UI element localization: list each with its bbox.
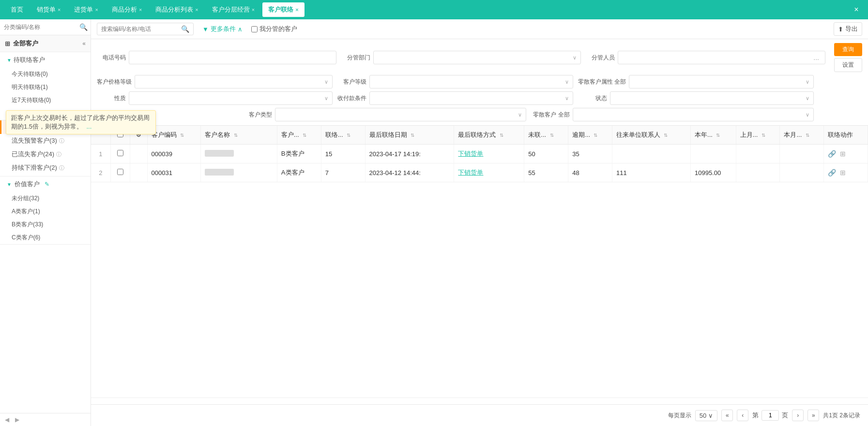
- nav-purchase-order[interactable]: 进货单 ×: [68, 2, 104, 17]
- filter-phone: 电话号码: [97, 51, 336, 64]
- sidebar-all-customers[interactable]: ⊞ 全部客户 «: [0, 35, 91, 52]
- row2-grid-icon[interactable]: ⊞: [840, 169, 846, 176]
- th-last-contact-method[interactable]: 最后联络方式 ⇅: [454, 126, 524, 145]
- filter-area: 电话号码 分管部门 ∨ 分管人员 ...: [91, 39, 868, 126]
- retail-select[interactable]: ∨: [573, 108, 814, 121]
- last-page-button[interactable]: »: [807, 410, 819, 421]
- export-button[interactable]: ⬆ 导出: [834, 22, 862, 36]
- nav-close-product-analysis[interactable]: ×: [139, 7, 142, 13]
- sidebar-pending-title[interactable]: ▼ 待联络客户: [0, 52, 91, 68]
- sidebar-arrow-right[interactable]: ▶: [12, 415, 22, 424]
- sidebar-item-b-class[interactable]: B类客户(33): [0, 218, 91, 231]
- filter-gender: 性质 ∨: [97, 91, 333, 105]
- price-level-select[interactable]: ∨: [135, 75, 333, 88]
- first-page-button[interactable]: «: [721, 410, 733, 421]
- sidebar-item-today[interactable]: 今天待联络(0): [0, 68, 91, 81]
- nav-sales-order[interactable]: 销货单 ×: [31, 2, 66, 17]
- sidebar-item-c-class[interactable]: C类客户(6): [0, 231, 91, 244]
- sidebar-item-ungroup[interactable]: 未分组(32): [0, 192, 91, 205]
- row2-overdue: 48: [568, 163, 612, 182]
- customer-type-select[interactable]: ∨: [275, 108, 526, 121]
- query-button[interactable]: 查询: [834, 43, 862, 56]
- retail-label: 零散客户 全部: [531, 111, 570, 119]
- filter-payment: 收付款条件 ∨: [337, 91, 573, 105]
- payment-select[interactable]: ∨: [369, 91, 573, 105]
- sidebar-search-icon[interactable]: 🔍: [79, 23, 88, 31]
- person-more-icon[interactable]: ...: [811, 54, 821, 61]
- dept-label: 分管部门: [341, 54, 370, 62]
- person-select[interactable]: ...: [618, 51, 825, 64]
- row2-link-icon[interactable]: 🔗: [828, 169, 836, 176]
- gender-select[interactable]: ∨: [129, 91, 333, 105]
- content-area: 🔍 ▼ 更多条件 ∧ 我分管的客户 ⬆ 导出 电话号码: [91, 19, 868, 426]
- customer-level-select[interactable]: ∨: [369, 75, 573, 88]
- th-contact[interactable]: 联络... ⇅: [321, 126, 365, 145]
- horizontal-scrollbar[interactable]: [91, 397, 868, 404]
- sidebar-value-title[interactable]: ▼ 价值客户 ✎: [0, 176, 91, 192]
- my-customers-checkbox-label[interactable]: 我分管的客户: [251, 25, 297, 33]
- th-overdue[interactable]: 逾期... ⇅: [568, 126, 612, 145]
- sidebar-item-declining[interactable]: 持续下滑客户(2) ⓘ: [0, 161, 91, 176]
- row1-name: [201, 145, 277, 163]
- nav-customer-segment[interactable]: 客户分层经营 ×: [206, 2, 260, 17]
- th-name[interactable]: 客户名称 ⇅: [201, 126, 277, 145]
- retail-attr-chevron-icon: ∨: [806, 79, 809, 85]
- status-select[interactable]: ∨: [610, 91, 814, 105]
- row2-name-blurred: [205, 169, 234, 176]
- phone-input[interactable]: [129, 51, 336, 64]
- sort-date-icon: ⇅: [411, 132, 414, 138]
- row1-grid-icon[interactable]: ⊞: [840, 150, 846, 158]
- th-last-contact-date[interactable]: 最后联络日期 ⇅: [365, 126, 454, 145]
- row2-name: [201, 163, 277, 182]
- row1-last-month: [736, 145, 780, 163]
- prev-page-button[interactable]: ‹: [737, 410, 748, 421]
- edit-icon[interactable]: ✎: [45, 181, 49, 188]
- th-unit-contact[interactable]: 往来单位联系人 ⇅: [612, 126, 691, 145]
- triangle-down-icon: ▼: [7, 58, 12, 63]
- sidebar-item-7days[interactable]: 近7天待联络(0): [0, 94, 91, 107]
- th-last-month[interactable]: 上月... ⇅: [736, 126, 780, 145]
- sidebar-item-tomorrow[interactable]: 明天待联络(1): [0, 81, 91, 94]
- sidebar-value-group: ▼ 价值客户 ✎ 未分组(32) A类客户(1) B类客户(33) C类客户(6…: [0, 176, 91, 245]
- more-filter-button[interactable]: ▼ 更多条件 ∧: [198, 23, 246, 35]
- row2-checkbox-cell: [110, 163, 130, 182]
- filter-retail: 零散客户 全部 ∨: [531, 108, 814, 121]
- close-all-button[interactable]: ×: [850, 3, 863, 16]
- dept-select[interactable]: ∨: [373, 51, 581, 64]
- nav-close-product-analysis-list[interactable]: ×: [195, 7, 198, 13]
- th-uncontacted[interactable]: 未联... ⇅: [524, 126, 568, 145]
- nav-product-analysis[interactable]: 商品分析 ×: [106, 2, 148, 17]
- settings-button[interactable]: 设置: [834, 58, 862, 72]
- nav-close-customer-contact[interactable]: ×: [295, 7, 298, 13]
- nav-product-analysis-list[interactable]: 商品分析列表 ×: [150, 2, 204, 17]
- sidebar-item-a-class[interactable]: A类客户(1): [0, 205, 91, 218]
- next-page-button[interactable]: ›: [792, 410, 804, 421]
- sidebar-arrow-left[interactable]: ◀: [2, 415, 12, 424]
- nav-close-purchase-order[interactable]: ×: [95, 7, 98, 13]
- th-type[interactable]: 客户... ⇅: [277, 126, 321, 145]
- nav-customer-contact[interactable]: 客户联络 ×: [262, 2, 304, 17]
- row1-checkbox[interactable]: [117, 150, 123, 156]
- page-size-select[interactable]: 50 ∨: [695, 410, 717, 421]
- search-input[interactable]: [101, 26, 178, 32]
- sidebar-item-lost[interactable]: 已流失客户(24) ⓘ: [0, 147, 91, 161]
- sort-contact-icon: ⇅: [347, 132, 350, 138]
- nav-close-sales-order[interactable]: ×: [58, 7, 61, 13]
- sidebar-item-loss-warning[interactable]: 流失预警客户(3) ⓘ: [0, 134, 91, 147]
- nav-close-customer-segment[interactable]: ×: [252, 7, 255, 13]
- row2-checkbox[interactable]: [117, 169, 123, 175]
- sidebar-search-input[interactable]: [4, 24, 76, 30]
- page-number-input[interactable]: [761, 410, 779, 421]
- nav-home[interactable]: 首页: [5, 2, 29, 17]
- th-this-month[interactable]: 本月... ⇅: [780, 126, 824, 145]
- row1-link-icon[interactable]: 🔗: [828, 150, 836, 158]
- row1-code: 000039: [147, 145, 201, 163]
- row2-code: 000031: [147, 163, 201, 182]
- row1-contact: 15: [321, 145, 365, 163]
- my-customers-checkbox[interactable]: [251, 26, 258, 32]
- th-year-amount[interactable]: 本年... ⇅: [691, 126, 736, 145]
- sidebar-collapse-button[interactable]: «: [82, 40, 86, 47]
- search-icon[interactable]: 🔍: [181, 25, 189, 33]
- retail-attr-select[interactable]: ∨: [629, 75, 814, 88]
- tooltip-more[interactable]: ...: [86, 123, 91, 130]
